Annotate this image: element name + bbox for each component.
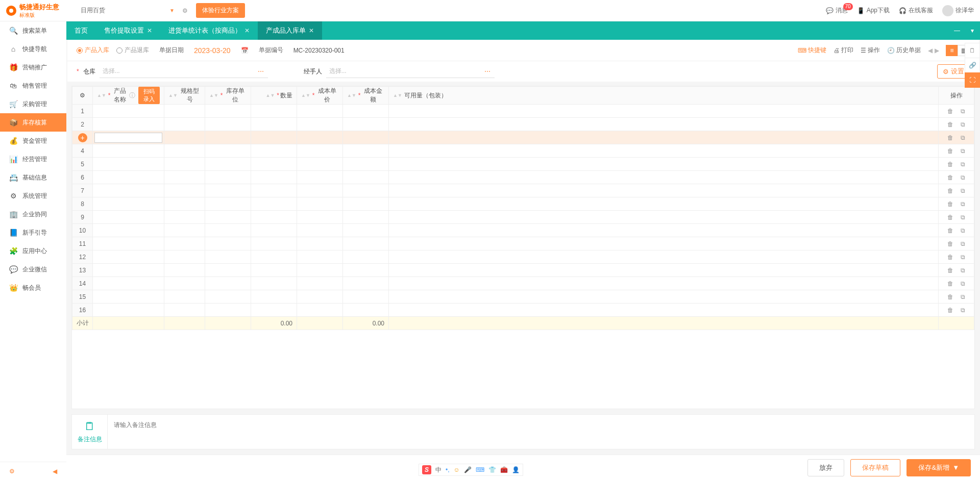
radio-product-out[interactable]: 产品退库	[116, 46, 149, 55]
save-draft-button[interactable]: 保存草稿	[850, 459, 900, 476]
ime-emoji-icon[interactable]: ☺	[454, 466, 460, 473]
tab-3[interactable]: 产成品入库单✕	[258, 21, 322, 40]
rail-expand-button[interactable]: ⛶	[965, 72, 980, 88]
rail-link-button[interactable]: 🔗	[965, 58, 980, 73]
sort-icon[interactable]: ▲▼	[301, 94, 310, 97]
close-icon[interactable]: ✕	[147, 27, 152, 34]
col-spec[interactable]: ▲▼规格型号	[164, 87, 205, 105]
tab-0[interactable]: 首页	[66, 21, 96, 40]
ime-toolbox-icon[interactable]: 🧰	[500, 466, 508, 473]
copy-icon[interactable]: ⧉	[961, 200, 965, 208]
user-menu[interactable]: 徐泽华	[942, 5, 974, 16]
sidebar-item-14[interactable]: 👑畅会员	[0, 279, 66, 297]
shortcut-link[interactable]: ⌨ 快捷键	[798, 46, 826, 55]
remarks-tab[interactable]: 🗒 备注信息	[72, 415, 108, 449]
delete-icon[interactable]: 🗑	[947, 121, 953, 128]
sidebar-item-7[interactable]: 📊经营管理	[0, 150, 66, 168]
product-input[interactable]	[94, 133, 162, 143]
discard-button[interactable]: 放弃	[807, 459, 844, 476]
sidebar-item-12[interactable]: 🧩应用中心	[0, 242, 66, 260]
help-icon[interactable]: ⓘ	[129, 91, 135, 100]
col-avail[interactable]: ▲▼可用量（包装）	[389, 87, 939, 105]
table-row[interactable]: 9🗑⧉	[72, 211, 974, 224]
table-row[interactable]: 2🗑⧉	[72, 118, 974, 131]
ime-lang[interactable]: 中	[435, 466, 442, 474]
try-plan-button[interactable]: 体验行业方案	[196, 3, 245, 18]
radio-product-in[interactable]: 产品入库	[77, 46, 109, 55]
sidebar-item-11[interactable]: 📘新手引导	[0, 223, 66, 242]
delete-icon[interactable]: 🗑	[947, 293, 953, 300]
save-new-button[interactable]: 保存&新增 ▼	[906, 459, 971, 476]
delete-icon[interactable]: 🗑	[947, 174, 953, 181]
settings-icon[interactable]: ⚙	[9, 468, 15, 475]
delete-icon[interactable]: 🗑	[947, 227, 953, 234]
col-price[interactable]: ▲▼*成本单价	[297, 87, 343, 105]
sidebar-item-13[interactable]: 💬企业微信	[0, 260, 66, 279]
copy-icon[interactable]: ⧉	[961, 254, 965, 261]
table-row[interactable]: 5🗑⧉	[72, 158, 974, 171]
sort-icon[interactable]: ▲▼	[393, 94, 402, 97]
copy-icon[interactable]: ⧉	[961, 280, 965, 287]
table-row[interactable]: 8🗑⧉	[72, 197, 974, 211]
col-amount[interactable]: ▲▼*成本金额	[343, 87, 389, 105]
table-row[interactable]: 12🗑⧉	[72, 250, 974, 264]
sidebar-item-1[interactable]: ⌂快捷导航	[0, 40, 66, 58]
more-icon[interactable]: ⋯	[258, 68, 265, 75]
delete-icon[interactable]: 🗑	[947, 307, 953, 314]
copy-icon[interactable]: ⧉	[961, 121, 965, 128]
table-row[interactable]: 14🗑⧉	[72, 277, 974, 290]
sidebar-item-10[interactable]: 🏢企业协同	[0, 205, 66, 223]
copy-icon[interactable]: ⧉	[961, 187, 965, 194]
handler-select[interactable]: 选择... ⋯	[326, 65, 495, 78]
delete-icon[interactable]: 🗑	[947, 240, 953, 247]
delete-icon[interactable]: 🗑	[947, 134, 953, 141]
tab-2[interactable]: 进货单统计表（按商品）✕	[160, 21, 258, 40]
copy-icon[interactable]: ⧉	[961, 293, 965, 300]
delete-icon[interactable]: 🗑	[947, 108, 953, 115]
view-list-button[interactable]: ≡	[946, 45, 958, 56]
calendar-icon[interactable]: 📅	[241, 47, 249, 54]
sidebar-item-8[interactable]: 📇基础信息	[0, 168, 66, 187]
sort-icon[interactable]: ▲▼	[168, 94, 178, 97]
copy-icon[interactable]: ⧉	[961, 227, 965, 234]
copy-icon[interactable]: ⧉	[961, 267, 965, 274]
rail-note-button[interactable]: 🗒	[965, 43, 980, 58]
category-select[interactable]: 日用百货 ▼	[77, 4, 179, 18]
close-icon[interactable]: ✕	[309, 27, 314, 34]
ime-skin-icon[interactable]: 👕	[488, 466, 496, 473]
download-link[interactable]: 📱 App下载	[857, 6, 890, 15]
sort-icon[interactable]: ▲▼	[347, 94, 356, 97]
table-row[interactable]: 16🗑⧉	[72, 304, 974, 317]
remarks-input[interactable]	[108, 415, 974, 449]
sidebar-item-2[interactable]: 🎁营销推广	[0, 58, 66, 77]
table-row[interactable]: 15🗑⧉	[72, 290, 974, 304]
print-link[interactable]: 🖨 打印	[834, 46, 853, 55]
sidebar-item-6[interactable]: 💰资金管理	[0, 132, 66, 150]
sort-icon[interactable]: ▲▼	[266, 94, 275, 97]
delete-icon[interactable]: 🗑	[947, 161, 953, 168]
ime-keyboard-icon[interactable]: ⌨	[476, 466, 484, 473]
col-product[interactable]: ▲▼ *产品名称 ⓘ 扫码录入	[93, 87, 164, 105]
delete-icon[interactable]: 🗑	[947, 187, 953, 194]
table-row[interactable]: 13🗑⧉	[72, 264, 974, 277]
more-icon[interactable]: ⋯	[484, 68, 492, 75]
delete-icon[interactable]: 🗑	[947, 280, 953, 287]
copy-icon[interactable]: ⧉	[961, 174, 965, 181]
warehouse-select[interactable]: 选择... ⋯	[100, 65, 268, 78]
tab-1[interactable]: 售价提取设置✕	[96, 21, 160, 40]
scan-button[interactable]: 扫码录入	[138, 87, 160, 104]
copy-icon[interactable]: ⧉	[961, 214, 965, 221]
delete-icon[interactable]: 🗑	[947, 214, 953, 221]
add-row-button[interactable]: +	[78, 133, 87, 142]
ime-user-icon[interactable]: 👤	[512, 466, 520, 473]
history-link[interactable]: 🕘 历史单据	[887, 46, 921, 55]
delete-icon[interactable]: 🗑	[947, 254, 953, 261]
col-settings[interactable]: ⚙	[72, 87, 93, 105]
sidebar-item-0[interactable]: 🔍搜索菜单	[0, 21, 66, 40]
ime-mic-icon[interactable]: 🎤	[464, 466, 472, 473]
sidebar-item-4[interactable]: 🛒采购管理	[0, 95, 66, 113]
delete-icon[interactable]: 🗑	[947, 267, 953, 274]
table-row[interactable]: 10🗑⧉	[72, 224, 974, 237]
messages-link[interactable]: 💬 消息 70	[826, 6, 848, 15]
close-icon[interactable]: ✕	[244, 27, 250, 34]
